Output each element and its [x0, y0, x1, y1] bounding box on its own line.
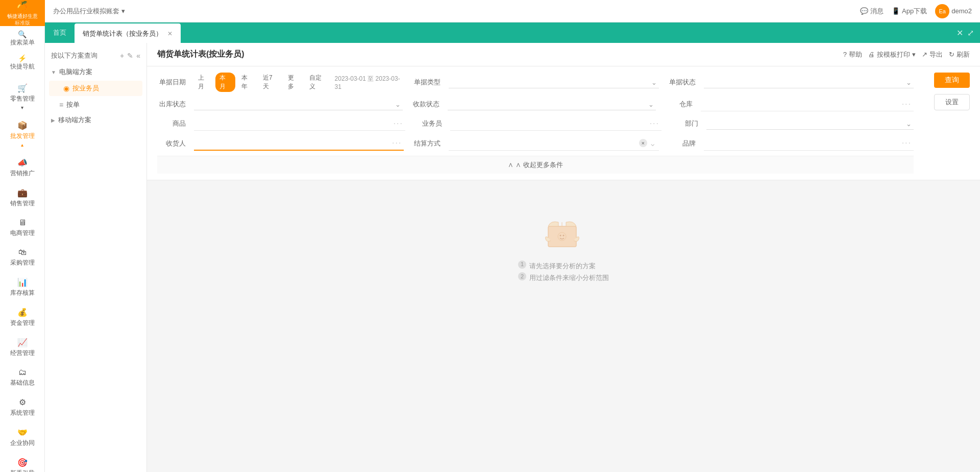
collapse-filters-button[interactable]: ∧ ∧ 收起更多条件	[157, 156, 914, 174]
sidebar-item-ecommerce[interactable]: 🖥 电商管理	[0, 213, 44, 243]
quick-nav[interactable]: ⚡ 快捷导航	[0, 51, 44, 74]
settlement-dropdown-icon[interactable]: ⌄	[649, 138, 657, 148]
settlement-clear-icon[interactable]: ×	[639, 139, 647, 147]
guide-icon: 🎯	[17, 458, 28, 467]
tab-home[interactable]: 首页	[45, 22, 75, 43]
sidebar-item-label: 基础信息	[10, 379, 35, 387]
settlement-input[interactable]	[451, 137, 639, 149]
tree-item-by-order[interactable]: ≡ 按单	[45, 97, 146, 112]
retail-icon: 🛒	[17, 83, 28, 93]
export-button[interactable]: ↗ 导出	[922, 50, 943, 59]
help-button[interactable]: ? 帮助	[843, 50, 862, 59]
add-scheme-icon[interactable]: +	[120, 52, 124, 60]
salesperson-input[interactable]	[452, 117, 650, 129]
app-download-label: App下载	[902, 7, 927, 16]
refresh-button[interactable]: ↻ 刷新	[949, 50, 970, 59]
doc-status-select[interactable]	[704, 76, 914, 88]
date-last-7days[interactable]: 近7天	[259, 73, 282, 92]
receiver-input[interactable]	[196, 137, 392, 149]
doc-status-label: 单据状态	[667, 78, 696, 87]
breadcrumb-text: 办公用品行业模拟账套	[53, 7, 119, 16]
goods-dots-icon[interactable]: ···	[394, 119, 403, 128]
search-menu[interactable]: 🔍 搜索菜单	[0, 26, 44, 51]
sidebar-item-inventory[interactable]: 📊 库存核算	[0, 272, 44, 302]
date-custom[interactable]: 自定义	[305, 73, 331, 92]
app-download-button[interactable]: 📱 App下载	[892, 7, 927, 16]
date-last-month[interactable]: 上月	[194, 73, 213, 92]
date-this-month[interactable]: 本月	[215, 73, 235, 92]
sales-icon: 💼	[17, 188, 28, 198]
svg-point-3	[560, 235, 561, 237]
topbar-left: 办公用品行业模拟账套 ▾	[53, 7, 125, 16]
dept-select[interactable]	[706, 117, 914, 130]
collapse-icon: ∧	[508, 161, 513, 169]
brand-label: 品牌	[667, 139, 696, 148]
purchase-icon: 🛍	[18, 248, 27, 257]
sidebar-item-sales[interactable]: 💼 销售管理	[0, 183, 44, 213]
sidebar-item-label: 电商管理	[10, 229, 35, 238]
filter-row-date: 单据日期 上月 本月 本年 近7天 更多 自定义 2023-03-01 至 20…	[157, 73, 914, 92]
print-label: 按模板打印	[877, 50, 910, 59]
date-label: 单据日期	[157, 78, 186, 87]
warehouse-input[interactable]	[703, 98, 901, 110]
sidebar-item-basic[interactable]: 🗂 基础信息	[0, 363, 44, 392]
sidebar-item-finance[interactable]: 💰 资金管理	[0, 302, 44, 333]
settings-button[interactable]: 设置	[934, 94, 970, 110]
sidebar-item-purchase[interactable]: 🛍 采购管理	[0, 243, 44, 272]
goods-input[interactable]	[196, 117, 394, 129]
warehouse-dots-icon[interactable]: ···	[902, 100, 912, 109]
user-menu[interactable]: Ea demo2	[935, 4, 972, 18]
query-button[interactable]: 查询	[934, 73, 970, 88]
window-maximize-button[interactable]: ⤢	[967, 28, 974, 38]
settlement-input-wrapper: × ⌄	[449, 136, 658, 151]
sidebar-item-label: 系统管理	[10, 409, 35, 417]
left-panel-icons: + ✎ «	[120, 52, 140, 60]
tree-expand-icon: ▶	[51, 117, 55, 123]
message-button[interactable]: 💬 消息	[860, 7, 884, 16]
topbar-right: 💬 消息 📱 App下载 Ea demo2	[860, 4, 972, 18]
page-actions: ? 帮助 🖨 按模板打印 ▾ ↗ 导出 ↻ 刷新	[843, 50, 970, 65]
app-name: 畅捷通好生意	[7, 13, 38, 19]
dropdown-arrow-icon: ▾	[121, 7, 125, 15]
sidebar-item-marketing[interactable]: 📣 营销推广	[0, 153, 44, 183]
tab-sales-stats[interactable]: 销货单统计表（按业务员） ✕	[75, 23, 181, 44]
print-button[interactable]: 🖨 按模板打印 ▾	[868, 50, 916, 59]
receipt-status-select[interactable]	[448, 98, 656, 110]
tree-item-by-salesperson[interactable]: ◉ 按业务员	[49, 81, 142, 96]
sidebar-item-label: 营销推广	[10, 169, 35, 178]
date-this-year[interactable]: 本年	[237, 73, 257, 92]
sidebar-item-guide[interactable]: 🎯 新手引导	[0, 453, 44, 472]
out-status-select[interactable]	[194, 98, 403, 110]
doc-type-label: 单据类型	[412, 78, 440, 87]
sidebar-item-corp[interactable]: 🤝 企业协同	[0, 422, 44, 453]
tabbar: 首页 销货单统计表（按业务员） ✕ ✕ ⤢	[45, 22, 980, 43]
empty-state: 1 请先选择要分析的方案 2 用过滤条件来缩小分析范围	[147, 180, 980, 315]
warehouse-label: 仓库	[664, 100, 693, 109]
salesperson-dots-icon[interactable]: ···	[650, 119, 659, 128]
receiver-dots-icon[interactable]: ···	[392, 138, 402, 148]
doc-type-select[interactable]	[449, 76, 658, 88]
collapse-label: ∧ 收起更多条件	[516, 161, 563, 169]
basic-icon: 🗂	[18, 368, 27, 377]
system-icon: ⚙	[19, 397, 26, 407]
refresh-icon: ↻	[949, 51, 954, 58]
brand-input[interactable]	[706, 137, 902, 149]
edit-scheme-icon[interactable]: ✎	[127, 52, 133, 60]
help-label: 帮助	[849, 50, 862, 59]
tree-group-mobile[interactable]: ▶ 移动端方案	[45, 112, 146, 128]
breadcrumb-dropdown[interactable]: 办公用品行业模拟账套 ▾	[53, 7, 125, 16]
warehouse-input-wrapper: ···	[701, 97, 914, 111]
tab-close-icon[interactable]: ✕	[167, 30, 173, 37]
brand-dots-icon[interactable]: ···	[902, 138, 912, 148]
sidebar-item-wholesale[interactable]: 📦 批发管理 ▴	[0, 115, 44, 153]
window-minimize-button[interactable]: ✕	[957, 28, 963, 38]
sidebar-item-system[interactable]: ⚙ 系统管理	[0, 392, 44, 422]
date-more[interactable]: 更多	[284, 73, 303, 92]
sidebar-item-ops[interactable]: 📈 经营管理	[0, 333, 44, 363]
collapse-panel-icon[interactable]: «	[136, 52, 140, 60]
tree-item-label: 按业务员	[72, 84, 99, 93]
sidebar-item-retail[interactable]: 🛒 零售管理 ▾	[0, 78, 44, 115]
scheme-icon: ≡	[59, 101, 63, 109]
tree-group-desktop[interactable]: ▼ 电脑端方案	[45, 64, 146, 80]
sidebar-item-label: 新手引导	[10, 469, 35, 472]
